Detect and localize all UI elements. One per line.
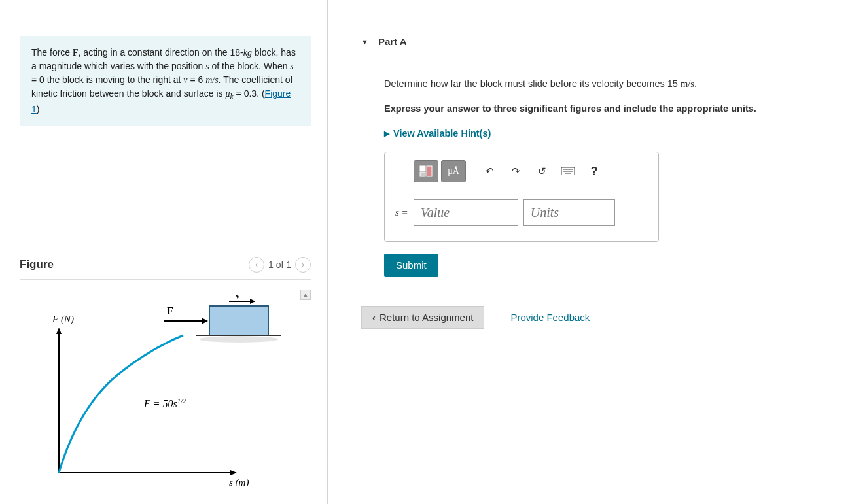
undo-button[interactable]: ↶ bbox=[478, 161, 501, 182]
variable-label: s = bbox=[393, 207, 408, 218]
figure-title: Figure bbox=[20, 258, 54, 271]
keyboard-button[interactable] bbox=[556, 161, 580, 182]
hints-toggle[interactable]: ▶ View Available Hint(s) bbox=[384, 128, 491, 139]
part-title: Part A bbox=[378, 36, 407, 47]
value-input[interactable] bbox=[414, 199, 518, 226]
svg-marker-10 bbox=[230, 470, 237, 475]
part-collapse-icon[interactable]: ▼ bbox=[361, 38, 368, 46]
svg-rect-13 bbox=[427, 166, 432, 176]
feedback-link[interactable]: Provide Feedback bbox=[510, 312, 590, 323]
figure-image: ▲ v F bbox=[20, 290, 311, 492]
svg-point-4 bbox=[200, 336, 278, 343]
submit-button[interactable]: Submit bbox=[384, 254, 438, 277]
svg-rect-2 bbox=[209, 306, 268, 335]
velocity-label: v bbox=[236, 291, 240, 301]
units-button[interactable]: μÅ bbox=[441, 160, 466, 182]
force-label: F bbox=[167, 305, 173, 316]
problem-statement: The force F, acting in a constant direct… bbox=[20, 36, 311, 126]
x-axis-label: s (m) bbox=[229, 477, 249, 486]
svg-marker-6 bbox=[202, 318, 208, 324]
figure-scroll-up[interactable]: ▲ bbox=[300, 290, 311, 300]
chevron-right-icon: ▶ bbox=[384, 129, 389, 138]
help-button[interactable]: ? bbox=[582, 161, 606, 182]
figure-pager: 1 of 1 bbox=[268, 260, 291, 270]
answer-box: μÅ ↶ ↷ ↺ ? s = bbox=[384, 152, 659, 242]
redo-button[interactable]: ↷ bbox=[504, 161, 527, 182]
question-text: Determine how far the block must slide b… bbox=[384, 76, 847, 92]
chevron-left-icon: ‹ bbox=[372, 312, 376, 323]
units-input[interactable] bbox=[523, 199, 615, 226]
figure-prev-button[interactable]: ‹ bbox=[249, 257, 264, 273]
instruction-text: Express your answer to three significant… bbox=[384, 103, 847, 114]
svg-marker-1 bbox=[250, 299, 255, 304]
svg-marker-9 bbox=[56, 328, 62, 334]
reset-button[interactable]: ↺ bbox=[530, 161, 554, 182]
figure-link[interactable]: Figure 1 bbox=[31, 88, 291, 114]
figure-next-button[interactable]: › bbox=[295, 257, 311, 273]
svg-rect-12 bbox=[420, 172, 425, 176]
return-button[interactable]: ‹ Return to Assignment bbox=[361, 306, 484, 329]
svg-rect-11 bbox=[420, 166, 425, 171]
equation-label: F = 50s1/2 bbox=[143, 397, 186, 409]
templates-button[interactable] bbox=[414, 160, 438, 182]
y-axis-label: F (N) bbox=[52, 314, 74, 325]
